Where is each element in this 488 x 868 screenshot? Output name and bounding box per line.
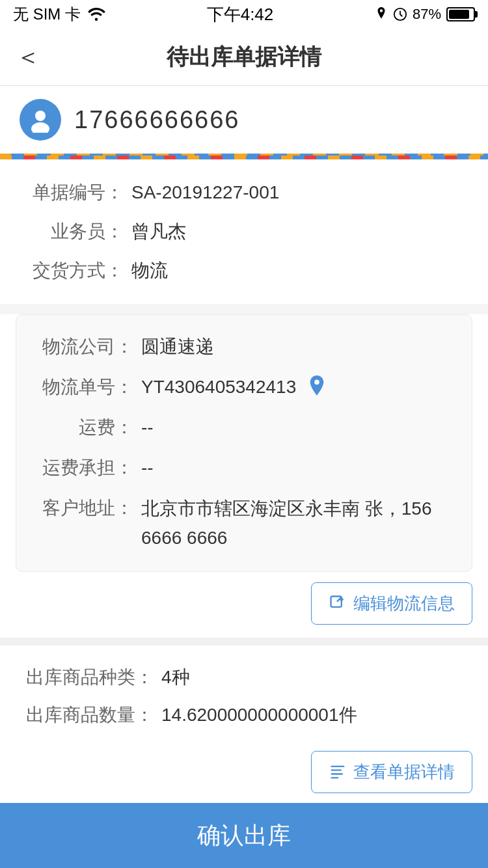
logistics-tracking-label: 物流单号： (36, 373, 133, 401)
time-label: 下午4:42 (207, 3, 274, 26)
wifi-icon (87, 8, 105, 21)
logistics-address-row: 客户地址： 北京市市辖区海淀区永丰南 张，156 6666 6666 (36, 495, 452, 553)
status-bar: 无 SIM 卡 下午4:42 87% (0, 0, 488, 29)
goods-types-label: 出库商品种类： (26, 665, 154, 690)
logistics-freight-label: 运费： (36, 414, 133, 441)
logistics-tracking-row: 物流单号： YT4306405342413 (36, 373, 452, 401)
goods-types-row: 出库商品种类： 4种 (26, 665, 462, 690)
goods-quantity-row: 出库商品数量： 14.620000000000001件 (26, 703, 462, 727)
clock-icon (393, 7, 407, 21)
logistics-bearer-value: -- (141, 454, 452, 481)
logistics-freight-row: 运费： -- (36, 414, 452, 441)
delivery-value: 物流 (131, 257, 462, 284)
svg-point-2 (31, 122, 49, 133)
delivery-label: 交货方式： (26, 257, 124, 284)
order-number-value: SA-20191227-001 (131, 179, 462, 206)
carrier-label: 无 SIM 卡 (13, 4, 81, 25)
logistics-bearer-row: 运费承担： -- (36, 454, 452, 481)
user-icon (27, 107, 53, 133)
salesperson-row: 业务员： 曾凡杰 (26, 218, 462, 245)
list-icon (329, 763, 347, 781)
goods-types-value: 4种 (161, 665, 190, 690)
logistics-company-label: 物流公司： (36, 333, 133, 360)
confirm-button[interactable]: 确认出库 (0, 803, 488, 868)
svg-rect-7 (331, 777, 339, 778)
logistics-address-value: 北京市市辖区海淀区永丰南 张，156 6666 6666 (141, 495, 452, 553)
edit-btn-row: 编辑物流信息 (0, 582, 488, 638)
section-divider (0, 638, 488, 645)
nav-bar: ＜ 待出库单据详情 (0, 29, 488, 86)
delivery-row: 交货方式： 物流 (26, 257, 462, 284)
view-btn-row: 查看单据详情 (0, 740, 488, 809)
salesperson-label: 业务员： (26, 218, 124, 245)
status-left: 无 SIM 卡 (13, 4, 105, 25)
location-status-icon (375, 7, 388, 21)
logistics-card: 物流公司： 圆通速递 物流单号： YT4306405342413 运费： -- (16, 314, 472, 572)
goods-quantity-value: 14.620000000000001件 (161, 703, 357, 727)
status-right: 87% (375, 6, 475, 23)
salesperson-value: 曾凡杰 (131, 218, 462, 245)
avatar (20, 99, 61, 141)
battery-icon (446, 7, 475, 21)
page-title: 待出库单据详情 (167, 42, 321, 72)
logistics-company-row: 物流公司： 圆通速递 (36, 333, 452, 360)
order-number-label: 单据编号： (26, 179, 124, 206)
goods-section: 出库商品种类： 4种 出库商品数量： 14.620000000000001件 (0, 645, 488, 740)
svg-point-1 (35, 111, 46, 121)
logistics-company-value: 圆通速递 (141, 333, 452, 360)
header-section: 17666666666 (0, 86, 488, 156)
phone-number: 17666666666 (74, 106, 239, 134)
goods-quantity-label: 出库商品数量： (26, 703, 154, 727)
view-details-button[interactable]: 查看单据详情 (311, 751, 472, 793)
svg-rect-4 (331, 766, 345, 767)
battery-percent: 87% (413, 6, 441, 23)
logistics-address-label: 客户地址： (36, 495, 133, 522)
logistics-freight-value: -- (141, 414, 452, 441)
logistics-tracking-value: YT4306405342413 (141, 373, 452, 401)
edit-icon (329, 594, 347, 612)
svg-rect-6 (331, 773, 344, 774)
logistics-bearer-label: 运费承担： (36, 454, 133, 481)
order-number-row: 单据编号： SA-20191227-001 (26, 179, 462, 206)
back-button[interactable]: ＜ (16, 40, 40, 74)
svg-rect-5 (331, 770, 342, 771)
order-info-section: 单据编号： SA-20191227-001 业务员： 曾凡杰 交货方式： 物流 (0, 159, 488, 304)
tracking-location-icon[interactable] (305, 375, 329, 399)
edit-logistics-button[interactable]: 编辑物流信息 (311, 582, 472, 625)
